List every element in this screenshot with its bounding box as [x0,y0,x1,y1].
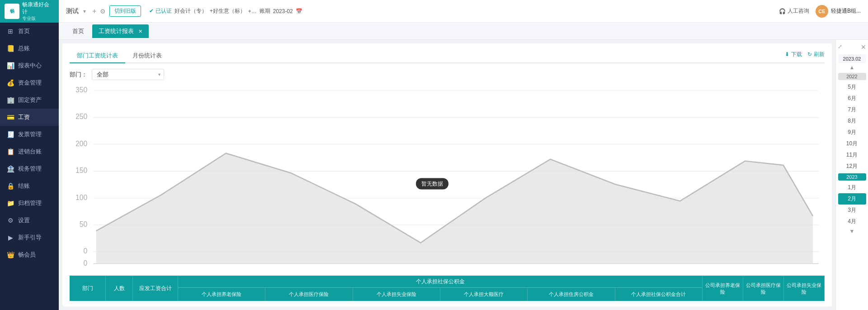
month-item-6月[interactable]: 6月 [838,93,866,104]
switch-old-button[interactable]: 切到旧版 [109,5,141,17]
sidebar-item-invoices[interactable]: 🧾发票管理 [0,126,59,143]
download-button[interactable]: ⬇ 下载 [785,51,802,58]
app-logo: 畅 畅康通好会计 专业版 [0,0,59,23]
tabs-bar: 首页 工资统计报表 ✕ [59,23,868,40]
month-item-9月[interactable]: 9月 [838,127,866,138]
month-item-8月[interactable]: 8月 [838,115,866,127]
logo-icon: 畅 [5,4,19,19]
sidebar-item-closing[interactable]: 🔒结账 [0,177,59,195]
sub-tab-dept[interactable]: 部门工资统计表 [70,49,125,63]
sidebar-item-ledger[interactable]: 📒总账 [0,40,59,57]
th-total-personal: 个人承担社保公积金合计 [615,288,703,301]
month-item-7月[interactable]: 7月 [838,104,866,115]
main-area: 测试 ▾ + ⚙ 切到旧版 ✔ 已认证 好会计（专） +好生意（标） +… 账期… [59,0,868,310]
sidebar-label-tax: 税务管理 [18,165,42,173]
tab-salary-report[interactable]: 工资统计报表 ✕ [92,24,149,38]
month-item-12月[interactable]: 12月 [838,161,866,172]
date-nav: ▲ 20225月6月7月8月9月10月11月12月 2023 1月2月3月4月 … [836,63,868,235]
svg-text:250: 250 [75,113,87,120]
year-badge-2022: 2022 [838,73,866,80]
topbar-dropdown[interactable]: ▾ [83,8,86,14]
svg-text:0: 0 [83,247,87,255]
avatar: CE [816,5,828,18]
settings-icon[interactable]: ⚙ [100,8,106,15]
refresh-icon: ↻ [807,51,812,57]
assets-icon: 🏢 [6,96,14,104]
sidebar-item-settings[interactable]: ⚙设置 [0,212,59,229]
chart-area: 0 0 50 100 150 200 250 350 暂无数据 [70,85,825,276]
th-dept: 部门 [70,276,106,301]
add-icon[interactable]: + [92,7,96,15]
sub-tabs: 部门工资统计表 月份统计表 ⬇ 下载 ↻ 刷新 [70,49,825,63]
sidebar-label-assets: 固定资产 [18,96,42,104]
sidebar-label-closing: 结账 [18,182,30,190]
sidebar-item-guide[interactable]: ▶新手引导 [0,229,59,246]
sidebar-label-reports: 报表中心 [18,62,42,70]
panel-expand-icon[interactable]: ⤢ [838,43,842,51]
sidebar: 畅 畅康通好会计 专业版 ⊞首页📒总账📊报表中心💰资金管理🏢固定资产💳工资🧾发票… [0,0,59,310]
sidebar-item-vip[interactable]: 👑畅会员 [0,246,59,263]
refresh-button[interactable]: ↻ 刷新 [807,51,825,58]
sidebar-item-assets[interactable]: 🏢固定资产 [0,91,59,109]
date-nav-down[interactable]: ▼ [849,227,856,235]
download-icon: ⬇ [785,51,789,57]
svg-text:200: 200 [75,140,87,148]
th-company-medical: 公司承担医疗保险 [743,276,784,301]
sidebar-label-vip: 畅会员 [18,251,36,259]
tab-close-icon[interactable]: ✕ [138,29,142,34]
user-menu[interactable]: CE 轻捷通B组... [816,5,861,18]
sidebar-label-home: 首页 [18,27,30,35]
funds-icon: 💰 [6,79,14,86]
invoices-icon: 🧾 [6,131,14,138]
th-company-unemployment: 公司承担失业保险 [784,276,825,301]
headset-icon: 🎧 [779,8,786,14]
dept-select-wrapper: 全部 研发部 销售部 行政部 财务部 ▾ [92,69,164,80]
th-total-salary: 应发工资合计 [133,276,178,301]
sidebar-label-archive: 归档管理 [18,199,42,207]
period-label: 账期 [259,7,270,15]
th-pension: 个人承担养老保险 [178,288,265,301]
tab-home[interactable]: 首页 [66,24,90,38]
sidebar-item-sales[interactable]: 📋进销台账 [0,143,59,160]
date-months-2023: 1月2月3月4月 [838,182,866,227]
home-icon: ⊞ [6,28,14,35]
dept-label: 部门： [70,71,87,79]
vip-icon: 👑 [6,251,14,258]
sidebar-item-salary[interactable]: 💳工资 [0,109,59,126]
sidebar-item-home[interactable]: ⊞首页 [0,23,59,40]
th-personal-group: 个人承担社保公积金 个人承担养老保险 个人承担医疗保险 个人承担失业保险 个人承… [178,276,703,301]
sidebar-item-archive[interactable]: 📁归档管理 [0,195,59,212]
dept-select[interactable]: 全部 研发部 销售部 行政部 财务部 [92,69,164,80]
sidebar-item-reports[interactable]: 📊报表中心 [0,57,59,74]
toolbar-row: 部门： 全部 研发部 销售部 行政部 财务部 ▾ [70,69,825,80]
th-group-label: 个人承担社保公积金 [178,276,703,288]
th-unemployment: 个人承担失业保险 [353,288,440,301]
support-button[interactable]: 🎧 人工咨询 [779,7,809,15]
sidebar-label-settings: 设置 [18,216,30,224]
sidebar-label-guide: 新手引导 [18,234,42,242]
month-item-10月[interactable]: 10月 [838,138,866,149]
date-months-list: 20225月6月7月8月9月10月11月12月 [838,72,866,172]
product-badge-2: +好生意（标） [210,7,245,15]
month-item-11月[interactable]: 11月 [838,149,866,161]
month-item-2023-1月[interactable]: 1月 [838,182,866,193]
month-item-2023-4月[interactable]: 4月 [838,216,866,227]
page-body: 部门工资统计表 月份统计表 ⬇ 下载 ↻ 刷新 [62,43,832,306]
topbar-title: 测试 [66,7,79,15]
month-item-2023-3月[interactable]: 3月 [838,205,866,216]
date-nav-up[interactable]: ▲ [849,63,856,72]
table-header: 部门 人数 应发工资合计 个人承担社保公积金 个人承担养老保险 个人承担医疗保险… [70,276,825,301]
month-item-5月[interactable]: 5月 [838,81,866,93]
sidebar-item-funds[interactable]: 💰资金管理 [0,74,59,91]
sidebar-item-tax[interactable]: 🏦税务管理 [0,160,59,177]
sub-tab-monthly[interactable]: 月份统计表 [125,49,169,63]
month-item-2023-2月[interactable]: 2月 [838,193,866,205]
date-header[interactable]: 2023.02 [838,54,866,63]
th-housing-fund: 个人承担住房公积金 [528,288,615,301]
svg-text:0: 0 [83,259,87,267]
product-badge-3: +… [248,8,257,14]
panel-close-icon[interactable]: ✕ [861,43,866,51]
chart-svg: 0 0 50 100 150 200 250 350 [70,85,825,276]
calendar-icon[interactable]: 📅 [296,8,302,14]
svg-text:100: 100 [75,193,87,201]
